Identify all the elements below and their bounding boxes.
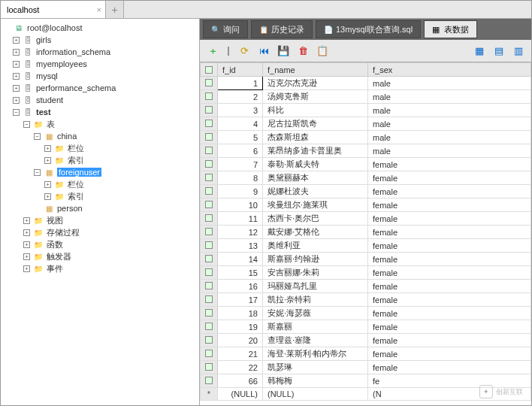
col-checkbox[interactable] [201, 63, 218, 77]
tree-folder-triggers[interactable]: +📁触发器 [2, 250, 198, 262]
connection-tab[interactable]: localhost × [1, 1, 106, 18]
search-icon [211, 25, 220, 34]
table-row[interactable]: 21海登·莱斯利·帕内蒂尔female [201, 347, 531, 361]
grid-icon [432, 25, 441, 34]
tree-folder-procs[interactable]: +📁存储过程 [2, 226, 198, 238]
new-tab-button[interactable]: + [106, 1, 124, 18]
window-tab-bar: localhost × + [1, 1, 531, 19]
tree-table-china[interactable]: −▦china [2, 130, 198, 142]
tree-db-performance-schema[interactable]: +🗄performance_schema [2, 82, 198, 94]
table-row[interactable]: 3科比male [201, 104, 531, 117]
tree-db-test[interactable]: −🗄test [2, 106, 198, 118]
table-row[interactable]: 17凯拉·奈特莉female [201, 293, 531, 307]
add-row-button[interactable]: ＋ [204, 43, 221, 59]
tree-folder-views[interactable]: +📁视图 [2, 214, 198, 226]
data-grid[interactable]: f_id f_name f_sex 1迈克尔杰克逊male2汤姆克鲁斯male3… [200, 62, 531, 405]
tree-table-person[interactable]: ▦person [2, 202, 198, 214]
col-sex[interactable]: f_sex [368, 63, 531, 77]
first-page-button[interactable]: ⏮ [255, 43, 272, 59]
tree-folder-tables[interactable]: −📁表 [2, 118, 198, 130]
save-button[interactable]: 💾 [275, 43, 292, 59]
schema-tree[interactable]: 🖥root@localhost +🗄girls +🗄information_sc… [1, 19, 200, 405]
tab-table-data[interactable]: 表数据 [424, 20, 477, 38]
table-row[interactable]: 1迈克尔杰克逊male [201, 77, 531, 90]
table-row[interactable]: 5杰森斯坦森male [201, 131, 531, 144]
tab-query[interactable]: 询问 [203, 20, 248, 38]
history-icon [259, 25, 268, 34]
tree-db-student[interactable]: +🗄student [2, 94, 198, 106]
table-row[interactable]: 9妮娜杜波夫female [201, 185, 531, 198]
table-row[interactable]: 14斯嘉丽·约翰逊female [201, 253, 531, 266]
table-row[interactable]: 18安妮·海瑟薇female [201, 307, 531, 320]
tree-db-mysql[interactable]: +🗄mysql [2, 70, 198, 82]
table-row[interactable]: 11杰西卡·奥尔巴female [201, 212, 531, 226]
tree-server-node[interactable]: 🖥root@localhost [2, 22, 198, 34]
file-icon [324, 25, 333, 34]
delete-row-button[interactable]: 🗑 [295, 43, 311, 59]
tree-folder-funcs[interactable]: +📁函数 [2, 238, 198, 250]
connection-tab-label: localhost [7, 5, 39, 14]
tree-db-girls[interactable]: +🗄girls [2, 34, 198, 46]
tree-foreign-columns[interactable]: +📁栏位 [2, 178, 198, 190]
table-row[interactable]: 7泰勒·斯威夫特female [201, 158, 531, 171]
tree-china-indexes[interactable]: +📁索引 [2, 154, 198, 166]
watermark: ✦创新互联 [479, 385, 523, 398]
refresh-data-button[interactable]: ⟳ [236, 43, 252, 59]
close-icon[interactable]: × [97, 5, 101, 14]
table-row[interactable]: 12戴安娜·艾格伦female [201, 226, 531, 239]
tree-db-myemployees[interactable]: +🗄myemployees [2, 58, 198, 70]
table-row[interactable]: 16玛丽娅鸟扎里female [201, 280, 531, 293]
table-row[interactable]: 10埃曼纽尔·施莱琪female [201, 198, 531, 212]
data-toolbar: ＋ ｜ ⟳ ⏮ 💾 🗑 📋 ▦ ▤ ▥ [200, 40, 531, 62]
table-row[interactable]: 6莱昂纳多迪卡普里奥male [201, 144, 531, 158]
tree-foreign-indexes[interactable]: +📁索引 [2, 190, 198, 202]
table-row[interactable]: 15安吉丽娜·朱莉female [201, 266, 531, 280]
table-row[interactable]: 8奥黛丽赫本female [201, 171, 531, 185]
copy-button[interactable]: 📋 [314, 43, 331, 59]
table-row[interactable]: 20查理兹·塞隆female [201, 334, 531, 347]
right-tab-bar: 询问 历史记录 13mysql联合查询.sql 表数据 [200, 19, 531, 40]
table-row[interactable]: 4尼古拉斯凯奇male [201, 117, 531, 131]
tree-table-foreignuser[interactable]: −▦foreignuser [2, 166, 198, 178]
tab-sqlfile[interactable]: 13mysql联合查询.sql [316, 20, 421, 38]
tree-folder-events[interactable]: +📁事件 [2, 262, 198, 274]
view-grid-button[interactable]: ▦ [471, 43, 488, 59]
table-row[interactable]: 19斯嘉丽female [201, 320, 531, 334]
tree-china-columns[interactable]: +📁栏位 [2, 142, 198, 154]
tab-history[interactable]: 历史记录 [251, 20, 313, 38]
col-id[interactable]: f_id [218, 63, 263, 77]
col-name[interactable]: f_name [263, 63, 368, 77]
view-form-button[interactable]: ▤ [491, 43, 507, 59]
tree-db-information-schema[interactable]: +🗄information_schema [2, 46, 198, 58]
table-row[interactable]: 22凯瑟琳female [201, 361, 531, 374]
table-row[interactable]: 2汤姆克鲁斯male [201, 90, 531, 104]
view-text-button[interactable]: ▥ [510, 43, 527, 59]
table-row[interactable]: 13奥维利亚female [201, 239, 531, 253]
